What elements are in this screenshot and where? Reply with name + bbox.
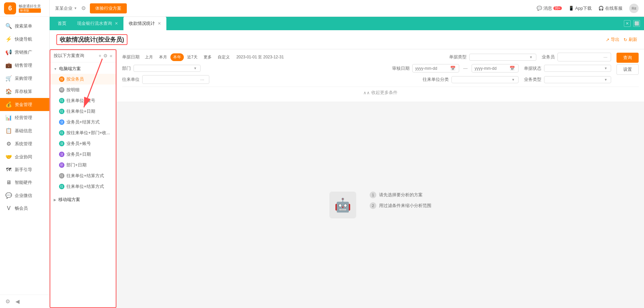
sidebar-item-collab[interactable]: 🤝企业协同 (0, 150, 49, 163)
partner-more-icon[interactable]: ··· (200, 77, 204, 82)
audit-date-start-input[interactable] (415, 66, 449, 71)
scheme-add-icon[interactable]: + (99, 53, 101, 58)
tab-bank-close-icon[interactable]: ✕ (115, 21, 118, 26)
sidebar-item-inventory[interactable]: 🏠库存核算 (0, 85, 49, 98)
sidebar-item-purchase[interactable]: 🛒采购管理 (0, 72, 49, 85)
scheme-panel: 按以下方案查询 + ⚙ « ▼电脑端方案按按业务员明按明细往往来单位+账号往往来… (50, 49, 117, 308)
message-icon: 💬 (537, 6, 542, 11)
scheme-list-item[interactable]: 业业务员+日期 (50, 149, 116, 160)
status-select[interactable]: ▼ (544, 65, 611, 72)
sidebar-item-marketing[interactable]: 📢营销推广 (0, 46, 49, 59)
calendar-icon: 📅 (450, 66, 455, 71)
window-close-btn[interactable]: ✕ (624, 20, 631, 27)
group-arrow-icon: ▼ (54, 67, 57, 71)
quicknav-icon: ⚡ (5, 36, 12, 42)
sidebar-label-purchase: 采购管理 (15, 75, 32, 82)
scheme-list-item[interactable]: 明按明细 (50, 85, 116, 95)
tab-home[interactable]: 首页 (52, 17, 72, 30)
page-header: 收款情况统计(按业务员) ↗ 导出 ↻ 刷新 (50, 30, 644, 49)
scheme-item-label: 按明细 (66, 87, 79, 93)
biz-type-select[interactable]: ▼ (544, 76, 611, 83)
collapse-sidebar-icon[interactable]: ◀‍‍ (15, 298, 19, 305)
scheme-list-item[interactable]: 往往来单位+结算方式 (50, 170, 116, 181)
settings-bottom-icon[interactable]: ⚙ (5, 298, 10, 305)
sidebar-item-search[interactable]: 🔍搜索菜单 (0, 19, 49, 33)
scheme-header-actions: + ⚙ « (99, 53, 112, 58)
guide-icon: 🗺 (5, 167, 12, 173)
filter-line-2: 部门 ▼ 审核日期 (122, 64, 611, 72)
sidebar-item-system[interactable]: ⚙系统管理 (0, 137, 49, 150)
sidebar-item-quicknav[interactable]: ⚡快捷导航 (0, 33, 49, 46)
tab-receipt[interactable]: 收款情况统计 ✕ (123, 17, 166, 30)
partner-classify-select[interactable]: ▼ (451, 76, 519, 83)
scheme-collapse-icon[interactable]: « (110, 53, 112, 58)
basic-icon: 📋 (5, 127, 12, 134)
workspace-selector[interactable]: 某某企业 ▼ (55, 5, 77, 11)
scheme-list-item[interactable]: 按按业务员 (50, 74, 116, 85)
dept-label: 部门 (122, 65, 131, 71)
date-tab-上月[interactable]: 上月 (142, 53, 156, 61)
sidebar-item-member[interactable]: V畅会员 (0, 202, 49, 215)
trial-button[interactable]: 体验行业方案 (90, 3, 127, 13)
date-tab-本年[interactable]: 本年 (170, 53, 184, 61)
sidebar-item-basic[interactable]: 📋基础信息 (0, 124, 49, 137)
export-icon: ↗ (606, 37, 609, 42)
date-tab-本月[interactable]: 本月 (156, 53, 170, 61)
audit-date-start[interactable]: 📅 (412, 64, 459, 72)
app-download-action[interactable]: 📱 App下载 (569, 5, 592, 11)
tab-bank[interactable]: 现金银行流水查询 ✕ (72, 17, 123, 30)
sidebar-item-operation[interactable]: 📊经营管理 (0, 111, 49, 124)
user-avatar[interactable]: Rit (629, 4, 639, 13)
refresh-icon: ↻ (624, 37, 627, 42)
scheme-list-item[interactable]: 往按往来单位+部门+收... (50, 127, 116, 138)
message-action[interactable]: 💬 消息 99+ (537, 5, 562, 11)
date-tab-自定义[interactable]: 自定义 (215, 53, 232, 61)
scheme-list-item[interactable]: 往往来单位+结算方式 (50, 181, 116, 192)
inventory-icon: 🏠 (5, 88, 12, 95)
scheme-list-item[interactable]: 部部门+日期 (50, 160, 116, 170)
sidebar-item-finance[interactable]: 💰资金管理 (0, 98, 49, 111)
main-content: 单据日期 上月本月本年近7天更多自定义 2023-01-01 至 2023-12… (117, 49, 644, 308)
date-tab-更多[interactable]: 更多 (201, 53, 214, 61)
scheme-group-title[interactable]: ▼电脑端方案 (50, 64, 116, 74)
scheme-settings-icon[interactable]: ⚙ (103, 53, 108, 58)
scheme-list-item[interactable]: 往往来单位+账号 (50, 95, 116, 106)
filter-line-1: 单据日期 上月本月本年近7天更多自定义 2023-01-01 至 2023-12… (122, 53, 611, 61)
scheme-group-title[interactable]: ▶移动端方案 (50, 195, 116, 205)
online-service-action[interactable]: 🎧 在线客服 (598, 5, 623, 11)
collapse-bar[interactable]: ∧∧ 收起更多条件 (122, 87, 639, 98)
sidebar-item-guide[interactable]: 🗺新手引导 (0, 163, 49, 176)
date-tab-近7天[interactable]: 近7天 (184, 53, 200, 61)
system-icon: ⚙ (5, 141, 12, 147)
tab-receipt-close-icon[interactable]: ✕ (158, 21, 161, 26)
status-label: 单据状态 (524, 65, 541, 71)
sidebar-item-sales[interactable]: 💼销售管理 (0, 59, 49, 72)
scheme-list-item[interactable]: 往往来单位+日期 (50, 106, 116, 117)
sidebar-label-hardware: 智能硬件 (15, 179, 32, 186)
window-maximize-btn[interactable]: ⬜ (633, 20, 640, 27)
logo-icon: 6 (4, 2, 16, 14)
workspace-name: 某某企业 (55, 5, 72, 11)
page-actions: ↗ 导出 ↻ 刷新 (606, 37, 637, 43)
audit-date-end[interactable]: 📅 (472, 64, 519, 72)
type-select[interactable]: ▼ (469, 54, 536, 61)
salesman-select[interactable]: ··· (557, 53, 611, 61)
scheme-list-item[interactable]: 业业务员+账号 (50, 138, 116, 149)
audit-date-end-input[interactable] (475, 66, 508, 71)
gear-icon[interactable]: ⚙ (81, 5, 86, 11)
hardware-icon: 🖥 (5, 179, 12, 186)
export-button[interactable]: ↗ 导出 (606, 37, 620, 43)
scheme-list-item[interactable]: 业业务员+结算方式 (50, 117, 116, 127)
query-button[interactable]: 查询 (616, 53, 639, 63)
sidebar-item-hardware[interactable]: 🖥智能硬件 (0, 176, 49, 189)
salesman-more-icon[interactable]: ··· (603, 54, 607, 60)
sidebar-item-wechat[interactable]: 💬企业微信 (0, 189, 49, 202)
collapse-label: 收起更多条件 (371, 90, 397, 96)
date-label: 单据日期 (122, 54, 140, 60)
type-field: 单据类型 ▼ (449, 54, 536, 61)
refresh-button[interactable]: ↻ 刷新 (624, 37, 637, 43)
sidebar-label-quicknav: 快捷导航 (15, 36, 32, 42)
partner-select[interactable]: ··· (142, 75, 209, 84)
settings-button[interactable]: 设置 (616, 64, 639, 75)
dept-select[interactable]: ▼ (133, 65, 201, 72)
